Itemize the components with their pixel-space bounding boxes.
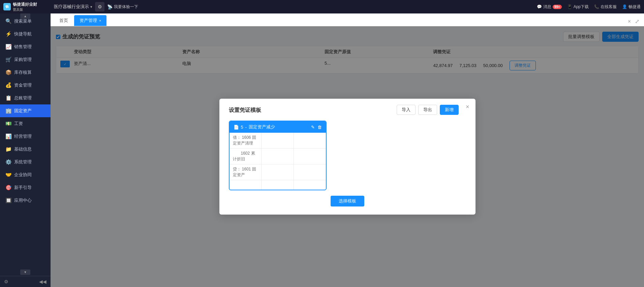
sidebar-bottom: ⚙ ◀◀ xyxy=(0,276,51,287)
salary-icon: 💵 xyxy=(5,121,11,127)
app-download-button[interactable]: 📱 App下载 xyxy=(567,4,589,10)
entry-credit-2 xyxy=(294,164,326,180)
topbar-center: 医疗器械行业演示 ▾ ⚙ 📡 我要体验一下 xyxy=(54,2,537,11)
operations-icon: 📊 xyxy=(5,133,11,139)
entry-credit-1 xyxy=(294,149,326,164)
experience-button[interactable]: 📡 我要体验一下 xyxy=(107,4,138,10)
modal-close-button[interactable]: × xyxy=(466,103,469,110)
settings-icon[interactable]: ⚙ xyxy=(95,2,104,11)
sidebar-item-label: 资金管理 xyxy=(14,82,32,88)
entry-credit-0 xyxy=(294,133,326,148)
content-area: 首页 资产管理 × × ⤢ 生成的凭证预览 批量调整模板 全部生成凭 xyxy=(51,13,644,287)
app-center-icon: 🔲 xyxy=(5,197,11,203)
sidebar-item-label: 采购管理 xyxy=(14,57,32,63)
sidebar-item-label: 总账管理 xyxy=(14,95,32,101)
sidebar-item-ledger[interactable]: 📋 总账管理 xyxy=(0,92,51,104)
sidebar-item-label: 工资 xyxy=(14,121,23,127)
sidebar-item-label: 销售管理 xyxy=(14,44,32,50)
tab-asset-management[interactable]: 资产管理 × xyxy=(74,15,106,26)
entry-credit-3 xyxy=(294,180,326,190)
modal-action-buttons: 导入 导出 新增 xyxy=(397,105,459,115)
sidebar-item-label: 经营管理 xyxy=(14,133,32,139)
sidebar-item-label: 搜索菜单 xyxy=(14,18,32,24)
sidebar-item-operations[interactable]: 📊 经营管理 xyxy=(0,130,51,143)
customer-service-button[interactable]: 📞 在线客服 xyxy=(594,4,617,10)
app-download-label: App下载 xyxy=(574,4,589,10)
template-entry-3 xyxy=(229,180,326,190)
edit-icon[interactable]: ✎ xyxy=(311,125,315,130)
tabbar: 首页 资产管理 × × ⤢ xyxy=(51,13,644,26)
app-name: 畅捷通好业财 xyxy=(13,2,37,7)
sidebar-item-label: 快捷导航 xyxy=(14,31,32,37)
entry-type-2: 贷： 1601 固定资产 xyxy=(229,164,262,180)
message-label: 消息 xyxy=(543,4,551,10)
quick-nav-icon: ⚡ xyxy=(5,31,11,37)
sidebar-item-sales[interactable]: 📈 销售管理 xyxy=(0,40,51,53)
sidebar-item-label: 企业协同 xyxy=(14,172,32,178)
chevron-down-icon: ▾ xyxy=(90,5,92,9)
window-close-icon[interactable]: × xyxy=(626,17,632,26)
topbar-right: 💬 消息 99+ 📱 App下载 📞 在线客服 👤 畅捷通 xyxy=(537,4,641,10)
sidebar-scroll-up[interactable]: ▲ xyxy=(20,13,30,19)
sidebar-item-label: 系统管理 xyxy=(14,159,32,165)
user-button[interactable]: 👤 畅捷通 xyxy=(622,4,641,10)
sidebar-settings-icon[interactable]: ⚙ xyxy=(4,279,8,284)
export-button[interactable]: 导出 xyxy=(418,105,437,115)
sidebar-item-funds[interactable]: 💰 资金管理 xyxy=(0,79,51,92)
sidebar-item-system[interactable]: ⚙️ 系统管理 xyxy=(0,156,51,168)
app-sub: 普及版 xyxy=(13,7,37,12)
experience-label: 我要体验一下 xyxy=(114,4,138,10)
message-button[interactable]: 💬 消息 99+ xyxy=(537,4,562,10)
import-button[interactable]: 导入 xyxy=(397,105,416,115)
template-card: 📄 5 - 固定资产减少 ✎ 🗑 xyxy=(229,121,327,190)
company-selector[interactable]: 医疗器械行业演示 ▾ xyxy=(54,4,92,10)
template-card-body: 借： 1606 固定资产清理 xyxy=(229,133,326,190)
sidebar-item-inventory[interactable]: 📦 库存核算 xyxy=(0,66,51,79)
entry-debit-3 xyxy=(261,180,294,190)
template-entry-1: 1602 累计折旧 xyxy=(229,149,326,164)
funds-icon: 💰 xyxy=(5,82,11,88)
sidebar-scroll-down[interactable]: ▼ xyxy=(20,269,30,275)
tab-home[interactable]: 首页 xyxy=(54,15,73,26)
enterprise-icon: 🤝 xyxy=(5,172,11,178)
sidebar-item-quick-nav[interactable]: ⚡ 快捷导航 xyxy=(0,28,51,40)
sidebar-item-label: 新手引导 xyxy=(14,185,32,191)
window-expand-icon[interactable]: ⤢ xyxy=(634,17,641,26)
logo-icon: 畅 xyxy=(3,3,11,10)
tabbar-controls: × ⤢ xyxy=(626,17,641,26)
fixed-assets-icon: 🏢 xyxy=(5,108,11,114)
sidebar-nav: 🔍 搜索菜单 ⚡ 快捷导航 📈 销售管理 🛒 采购管理 📦 库存核算 💰 xyxy=(0,13,51,276)
page-content: 生成的凭证预览 批量调整模板 全部生成凭证 变动类型 资产名称 固定资产原值 调… xyxy=(51,26,644,287)
entry-type-3 xyxy=(229,180,262,190)
sidebar-item-app-center[interactable]: 🔲 应用中心 xyxy=(0,194,51,207)
entry-debit-1 xyxy=(261,149,294,164)
new-button[interactable]: 新增 xyxy=(440,105,459,115)
delete-icon[interactable]: 🗑 xyxy=(317,125,322,130)
sidebar-item-purchase[interactable]: 🛒 采购管理 xyxy=(0,53,51,66)
sidebar-item-label: 基础信息 xyxy=(14,146,32,152)
sidebar-item-fixed-assets[interactable]: 🏢 固定资产 xyxy=(0,104,51,117)
basic-info-icon: 📁 xyxy=(5,146,11,152)
select-template-button[interactable]: 选择模板 xyxy=(331,196,364,206)
sidebar-collapse-icon[interactable]: ◀◀ xyxy=(39,279,47,284)
main-layout: ▲ 🔍 搜索菜单 ⚡ 快捷导航 📈 销售管理 🛒 采购管理 📦 库存核算 xyxy=(0,13,644,287)
template-card-header: 📄 5 - 固定资产减少 ✎ 🗑 xyxy=(229,121,326,133)
guide-icon: 🎯 xyxy=(5,185,11,191)
wifi-icon: 📡 xyxy=(107,4,113,9)
template-doc-icon: 📄 xyxy=(234,125,239,130)
customer-service-label: 在线客服 xyxy=(601,4,617,10)
sidebar-item-salary[interactable]: 💵 工资 xyxy=(0,117,51,130)
sidebar-item-label: 应用中心 xyxy=(14,197,32,203)
entry-type-1: 1602 累计折旧 xyxy=(229,149,262,164)
template-header-actions: ✎ 🗑 xyxy=(311,125,322,130)
sidebar-item-enterprise[interactable]: 🤝 企业协同 xyxy=(0,168,51,181)
sidebar-item-guide[interactable]: 🎯 新手引导 xyxy=(0,181,51,194)
sales-icon: 📈 xyxy=(5,44,11,50)
sidebar-item-basic-info[interactable]: 📁 基础信息 xyxy=(0,143,51,156)
tab-close-icon[interactable]: × xyxy=(99,19,101,23)
inventory-icon: 📦 xyxy=(5,69,11,75)
user-icon: 👤 xyxy=(622,4,627,9)
sidebar-item-label: 库存核算 xyxy=(14,69,32,75)
service-icon: 📞 xyxy=(594,4,599,9)
template-number: 5 xyxy=(241,125,243,130)
